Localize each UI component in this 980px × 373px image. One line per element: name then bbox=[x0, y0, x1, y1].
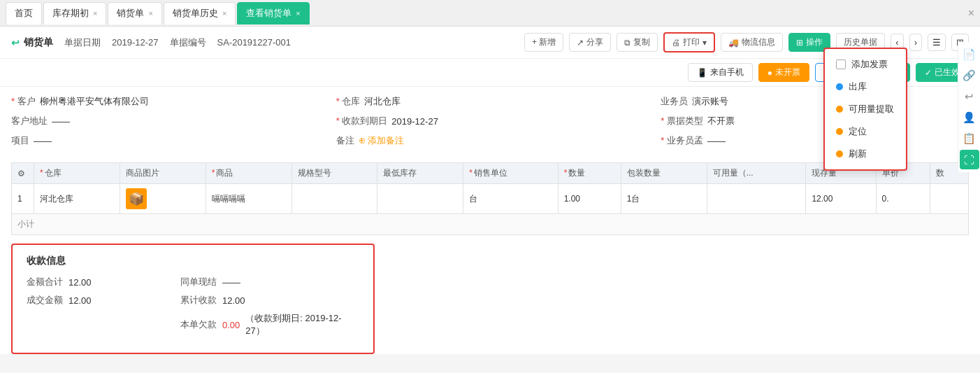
data-table: ⚙ *仓库 商品图片 *商品 规格型号 最低库存 *销售单位 *数量 包装数量 … bbox=[11, 162, 969, 235]
refresh-item[interactable]: 刷新 bbox=[825, 143, 906, 165]
from-phone-button[interactable]: 📱 来自手机 bbox=[688, 63, 753, 82]
product-image: 📦 bbox=[126, 188, 147, 209]
doc-type-icon: ↩ bbox=[11, 37, 20, 48]
copy-button[interactable]: ⧉ 复制 bbox=[617, 33, 658, 52]
row-min-stock bbox=[377, 184, 463, 214]
tab-inventory-init[interactable]: 库存期初 × bbox=[43, 2, 106, 24]
row-num: 1 bbox=[12, 184, 34, 214]
logistics-icon: 🚚 bbox=[728, 38, 739, 48]
print-label: 打印 bbox=[683, 36, 700, 48]
due-date-field: * 收款到期日 2019-12-27 bbox=[336, 115, 644, 127]
note-field: 备注 ⊕ 添加备注 bbox=[336, 134, 644, 147]
outbound-item[interactable]: 出库 bbox=[825, 76, 906, 98]
logistics-label: 物流信息 bbox=[742, 36, 775, 48]
share-button[interactable]: ↗ 分享 bbox=[569, 33, 611, 52]
summary-box: 收款信息 金额合计 12.00 同单现结 —— 成交金额 12.00 累计收款 bbox=[11, 244, 375, 354]
deal-amount-label: 成交金额 bbox=[27, 294, 63, 307]
tab-home-label: 首页 bbox=[15, 7, 33, 20]
view-list-button[interactable]: ☰ bbox=[928, 34, 946, 51]
salesperson-field: * 业务员孟 —— bbox=[661, 134, 969, 147]
doc-number-label: 单据编号 bbox=[170, 36, 206, 49]
col-available: 可用量（... bbox=[707, 163, 806, 184]
tab-sales-history[interactable]: 销货单历史 × bbox=[164, 2, 236, 24]
history-label: 历史单据 bbox=[844, 36, 877, 48]
outstanding-label: 本单欠款 bbox=[180, 318, 217, 331]
same-order-settlement-item: 同单现结 —— bbox=[180, 276, 306, 288]
sidebar-icon-user[interactable]: 👤 bbox=[960, 108, 979, 127]
salesperson-label: * 业务员孟 bbox=[661, 134, 703, 147]
invoice-label: * 票据类型 bbox=[661, 115, 703, 127]
tab-history-close[interactable]: × bbox=[222, 9, 226, 17]
new-button[interactable]: + 新增 bbox=[524, 33, 563, 52]
customer-field: * 客户 柳州粤港平安气体有限公司 bbox=[11, 95, 319, 108]
copy-icon: ⧉ bbox=[624, 38, 630, 48]
row-available bbox=[707, 184, 806, 214]
summary-row-3: 本单欠款 0.00 （收款到期日: 2019-12-27） bbox=[27, 312, 359, 337]
note-label: 备注 bbox=[336, 134, 354, 147]
sidebar-icon-expand[interactable]: ⛶ bbox=[960, 150, 979, 169]
col-product-img: 商品图片 bbox=[120, 163, 206, 184]
col-settings[interactable]: ⚙ bbox=[12, 163, 34, 184]
col-min-stock: 最低库存 bbox=[377, 163, 463, 184]
tab-sales-order[interactable]: 销货单 × bbox=[108, 2, 161, 24]
locate-item[interactable]: 定位 bbox=[825, 120, 906, 143]
staff-value: 演示账号 bbox=[692, 95, 728, 108]
sidebar-icon-link[interactable]: 🔗 bbox=[960, 66, 979, 85]
same-order-label: 同单现结 bbox=[180, 276, 217, 288]
tab-home[interactable]: 首页 bbox=[6, 2, 42, 24]
tab-sales-close[interactable]: × bbox=[148, 9, 152, 17]
due-date-value: 2019-12-27 bbox=[391, 116, 438, 127]
locate-dot bbox=[836, 128, 843, 135]
warehouse-field: * 仓库 河北仓库 bbox=[336, 95, 644, 108]
add-note-icon: ⊕ bbox=[359, 135, 366, 146]
print-dropdown-arrow[interactable]: ▾ bbox=[702, 38, 707, 48]
staff-field: 业务员 演示账号 bbox=[661, 95, 969, 108]
doc-type-label: 销货单 bbox=[24, 36, 53, 49]
summary-row-2: 成交金额 12.00 累计收款 12.00 bbox=[27, 294, 359, 307]
add-invoice-item[interactable]: 添加发票 bbox=[825, 53, 906, 76]
logistics-button[interactable]: 🚚 物流信息 bbox=[721, 33, 783, 52]
tab-view-close[interactable]: × bbox=[296, 9, 300, 17]
phone-icon: 📱 bbox=[697, 68, 707, 78]
col-spec: 规格型号 bbox=[291, 163, 377, 184]
deal-amount-item: 成交金额 12.00 bbox=[27, 294, 152, 307]
sidebar-icon-doc[interactable]: 📄 bbox=[960, 45, 979, 64]
row-sales-unit: 台 bbox=[463, 184, 558, 214]
close-window-button[interactable]: × bbox=[968, 7, 974, 20]
row-warehouse: 河北仓库 bbox=[34, 184, 120, 214]
summary-title: 收款信息 bbox=[27, 255, 359, 267]
tab-history-label: 销货单历史 bbox=[173, 7, 218, 20]
nav-next-icon: › bbox=[914, 37, 917, 48]
share-label: 分享 bbox=[586, 36, 603, 48]
print-icon: 🖨 bbox=[672, 38, 680, 48]
operate-label: 操作 bbox=[806, 36, 823, 48]
tab-inventory-close[interactable]: × bbox=[93, 9, 97, 17]
view-list-icon: ☰ bbox=[932, 37, 941, 48]
salesperson-value: —— bbox=[707, 136, 726, 146]
outstanding-value: 0.00 bbox=[222, 320, 240, 330]
col-pack-qty: 包装数量 bbox=[621, 163, 707, 184]
col-sales-unit: *销售单位 bbox=[463, 163, 558, 184]
doc-date-label: 单据日期 bbox=[64, 36, 101, 49]
tab-view-sales[interactable]: 查看销货单 × bbox=[237, 2, 309, 24]
add-note-button[interactable]: ⊕ 添加备注 bbox=[359, 134, 405, 147]
sidebar-icon-return[interactable]: ↩ bbox=[960, 87, 979, 106]
total-amount-label: 金额合计 bbox=[27, 276, 63, 288]
not-open-button[interactable]: ● 未开票 bbox=[758, 63, 809, 82]
invoice-value: 不开票 bbox=[707, 115, 735, 127]
not-open-label: 未开票 bbox=[775, 66, 800, 78]
operate-dropdown: 添加发票 出库 可用量提取 定位 刷新 bbox=[823, 48, 907, 171]
from-phone-label: 来自手机 bbox=[710, 66, 744, 78]
customer-value[interactable]: 柳州粤港平安气体有限公司 bbox=[40, 95, 149, 108]
print-button[interactable]: 🖨 打印 ▾ bbox=[663, 32, 715, 52]
nav-next-button[interactable]: › bbox=[909, 34, 922, 51]
cumulative-receipt-value: 12.00 bbox=[222, 295, 245, 306]
warehouse-value[interactable]: 河北仓库 bbox=[364, 95, 401, 108]
available-qty-item[interactable]: 可用量提取 bbox=[825, 98, 906, 120]
doc-date-value: 2019-12-27 bbox=[112, 37, 159, 48]
address-value: —— bbox=[52, 116, 70, 127]
sidebar-icon-clipboard[interactable]: 📋 bbox=[960, 129, 979, 148]
tab-bar: 首页 库存期初 × 销货单 × 销货单历史 × 查看销货单 × × bbox=[0, 0, 980, 27]
address-field: 客户地址 —— bbox=[11, 115, 319, 127]
due-date-label: * 收款到期日 bbox=[336, 115, 388, 127]
